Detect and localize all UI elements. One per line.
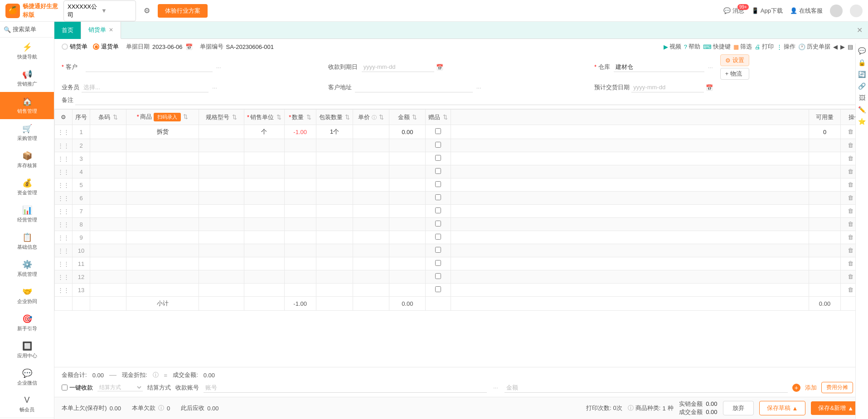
cell-spec[interactable] xyxy=(199,244,244,257)
sidebar-item-finance[interactable]: 💰 资金管理 xyxy=(0,173,54,201)
cell-pkg-qty[interactable] xyxy=(316,257,353,270)
cell-product[interactable] xyxy=(126,205,199,218)
cell-product[interactable] xyxy=(126,231,199,244)
cell-note[interactable] xyxy=(451,284,809,297)
cell-note[interactable] xyxy=(451,218,809,231)
sidebar-item-appstore[interactable]: 🔲 应用中心 xyxy=(0,337,54,364)
cell-spec[interactable] xyxy=(199,284,244,297)
cell-product[interactable] xyxy=(126,270,199,284)
cell-pkg-qty[interactable] xyxy=(316,284,353,297)
gift-checkbox[interactable] xyxy=(435,194,441,200)
gift-checkbox[interactable] xyxy=(435,168,441,174)
delete-icon[interactable]: 🗑 xyxy=(848,155,853,162)
nav-next-btn[interactable]: ▶ xyxy=(840,43,845,51)
cell-qty[interactable] xyxy=(284,218,316,231)
cell-gift[interactable] xyxy=(426,244,451,257)
filter-btn[interactable]: ▦ 筛选 xyxy=(733,43,752,51)
cell-qty[interactable] xyxy=(284,192,316,205)
cell-gift[interactable] xyxy=(426,231,451,244)
float-star-icon[interactable]: ⭐ xyxy=(857,116,868,127)
cell-code[interactable] xyxy=(90,192,126,205)
float-image-icon[interactable]: 🖼 xyxy=(857,92,868,103)
layout1-btn[interactable]: ▤ xyxy=(848,43,853,51)
gift-checkbox[interactable] xyxy=(435,273,441,279)
cell-gift[interactable] xyxy=(426,284,451,297)
cell-spec[interactable] xyxy=(199,178,244,192)
cell-amount[interactable] xyxy=(389,244,426,257)
sidebar-item-base[interactable]: 📋 基础信息 xyxy=(0,228,54,255)
cell-price[interactable] xyxy=(353,152,389,165)
sidebar-item-marketing[interactable]: 📢 营销推广 xyxy=(0,65,54,92)
cell-note[interactable] xyxy=(451,244,809,257)
cell-qty[interactable] xyxy=(284,244,316,257)
warehouse-dots-icon[interactable]: ··· xyxy=(706,64,715,71)
cell-qty[interactable] xyxy=(284,270,316,284)
cell-pkg-qty[interactable] xyxy=(316,139,353,152)
cell-code[interactable] xyxy=(90,231,126,244)
help-btn[interactable]: ? 帮助 xyxy=(684,43,700,51)
cell-note[interactable] xyxy=(451,205,809,218)
app-download-btn[interactable]: 📱 App下载 xyxy=(752,7,783,15)
cell-unit[interactable] xyxy=(244,257,285,270)
collection-calendar-icon[interactable]: 📅 xyxy=(436,64,443,71)
message-btn[interactable]: 💬 消息 99+ xyxy=(723,7,744,15)
cell-spec[interactable] xyxy=(199,205,244,218)
customer-dots-icon[interactable]: ··· xyxy=(214,64,223,71)
cell-price[interactable] xyxy=(353,270,389,284)
cell-amount[interactable] xyxy=(389,165,426,178)
cell-gift[interactable] xyxy=(426,218,451,231)
cell-price[interactable] xyxy=(353,125,389,139)
tab-sales-order[interactable]: 销货单 ✕ xyxy=(81,22,121,39)
float-refresh-icon[interactable]: 🔄 xyxy=(857,69,868,80)
cell-product[interactable] xyxy=(126,192,199,205)
discard-btn[interactable]: 放弃 xyxy=(723,401,754,415)
cell-unit[interactable] xyxy=(244,152,285,165)
delivery-calendar-icon[interactable]: 📅 xyxy=(706,84,713,91)
cell-unit[interactable] xyxy=(244,139,285,152)
cell-pkg-qty[interactable]: 1个 xyxy=(316,125,353,139)
cell-gift[interactable] xyxy=(426,270,451,284)
cell-unit[interactable] xyxy=(244,165,285,178)
online-support-btn[interactable]: 👤 在线客服 xyxy=(790,7,823,15)
account-dots-icon[interactable]: ··· xyxy=(491,384,500,391)
gift-checkbox[interactable] xyxy=(435,128,441,134)
cell-code[interactable] xyxy=(90,257,126,270)
video-btn[interactable]: ▶ 视频 xyxy=(664,43,681,51)
cell-code[interactable] xyxy=(90,205,126,218)
cell-price[interactable] xyxy=(353,218,389,231)
cell-product[interactable] xyxy=(126,152,199,165)
cell-unit[interactable] xyxy=(244,218,285,231)
cell-qty[interactable] xyxy=(284,139,316,152)
avatar-2[interactable] xyxy=(850,5,863,17)
cell-pkg-qty[interactable] xyxy=(316,152,353,165)
delete-icon[interactable]: 🗑 xyxy=(848,234,853,241)
amount-input[interactable] xyxy=(504,383,788,393)
cell-price[interactable] xyxy=(353,231,389,244)
cell-qty[interactable] xyxy=(284,231,316,244)
cell-pkg-qty[interactable] xyxy=(316,218,353,231)
calendar-icon[interactable]: 📅 xyxy=(185,43,193,50)
cell-code[interactable] xyxy=(90,284,126,297)
cell-code[interactable] xyxy=(90,244,126,257)
cell-code[interactable] xyxy=(90,178,126,192)
cell-unit[interactable] xyxy=(244,284,285,297)
remarks-input[interactable] xyxy=(75,95,861,105)
cell-product[interactable] xyxy=(126,218,199,231)
avatar[interactable] xyxy=(830,5,843,17)
delete-icon[interactable]: 🗑 xyxy=(848,286,853,293)
cell-price[interactable] xyxy=(353,205,389,218)
sidebar-item-guide[interactable]: 🎯 新手引导 xyxy=(0,309,54,337)
cell-spec[interactable] xyxy=(199,231,244,244)
cell-note[interactable] xyxy=(451,192,809,205)
cell-amount[interactable] xyxy=(389,139,426,152)
cell-gift[interactable] xyxy=(426,125,451,139)
address-dots-icon[interactable]: ··· xyxy=(475,84,483,91)
cell-amount[interactable] xyxy=(389,284,426,297)
collection-date-input[interactable] xyxy=(362,62,434,72)
cell-spec[interactable] xyxy=(199,139,244,152)
gift-checkbox[interactable] xyxy=(435,221,441,226)
delete-icon[interactable]: 🗑 xyxy=(848,221,853,227)
one-click-payment[interactable]: 一键收款 xyxy=(62,384,93,392)
save-draft-btn[interactable]: 保存草稿 ▲ xyxy=(759,401,806,415)
cell-note[interactable] xyxy=(451,139,809,152)
